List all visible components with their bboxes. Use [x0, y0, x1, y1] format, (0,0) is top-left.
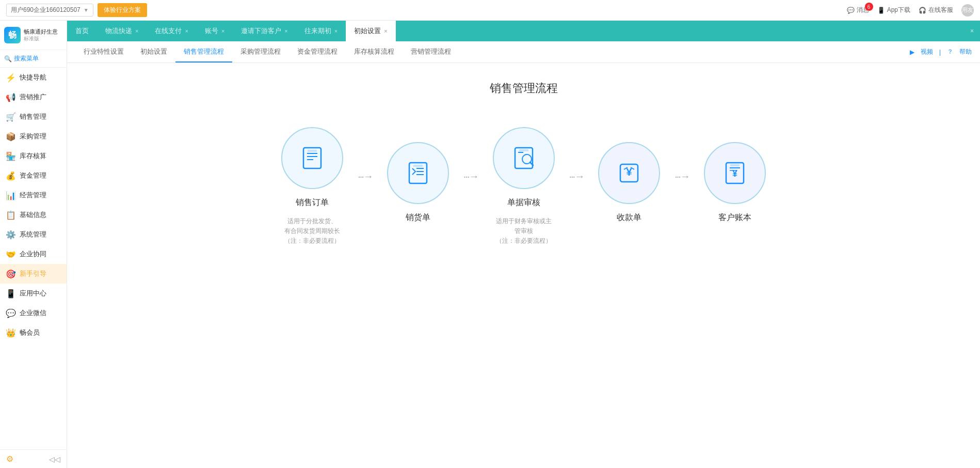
- tab-logistics[interactable]: 物流快递 ×: [97, 21, 147, 41]
- page-tab-marketing-flow[interactable]: 营销管理流程: [403, 41, 459, 63]
- page-tab-sales-flow[interactable]: 销售管理流程: [175, 41, 232, 63]
- sidebar-item-label: 销售管理: [20, 112, 46, 121]
- flow-arrow-3: ···→: [569, 170, 584, 203]
- sidebar-item-wechat[interactable]: 💬 企业微信: [0, 303, 67, 323]
- sidebar-item-sales[interactable]: 🛒 销售管理: [0, 107, 67, 127]
- tab-payment-close[interactable]: ×: [185, 28, 188, 34]
- search-menu-button[interactable]: 🔍 搜索菜单: [4, 54, 62, 63]
- flow-desc-sales-order: 适用于分批发货、 有合同发货周期较长 （注：非必要流程）: [284, 216, 340, 246]
- tab-home[interactable]: 首页: [67, 21, 97, 41]
- svg-rect-4: [308, 150, 317, 152]
- sidebar-item-marketing-promo[interactable]: 📢 营销推广: [0, 87, 67, 107]
- wechat-icon: 💬: [6, 308, 15, 318]
- page-content: 销售管理流程 销售订单 适用于分批发货、 有合同发货周期较长: [67, 63, 980, 468]
- sidebar-item-label: 企业微信: [20, 308, 46, 318]
- sidebar-item-vip[interactable]: 👑 畅会员: [0, 323, 67, 342]
- tab-invite[interactable]: 邀请下游客户 ×: [233, 21, 296, 41]
- flow-label-invoice: 销货单: [406, 212, 430, 223]
- sidebar-item-label: 采购管理: [20, 132, 46, 141]
- user-label: 用户690企业1660120507: [11, 6, 81, 14]
- flow-step-receipt[interactable]: ¥ 收款单: [588, 142, 670, 231]
- sidebar-item-label: 库存核算: [20, 151, 46, 161]
- logo-char: 畅: [8, 30, 17, 41]
- sidebar-item-purchase[interactable]: 📦 采购管理: [0, 127, 67, 146]
- sidebar-item-quick[interactable]: ⚡ 快捷导航: [0, 68, 67, 87]
- tab-account[interactable]: 账号 ×: [197, 21, 233, 41]
- sidebar-item-app-center[interactable]: 📱 应用中心: [0, 284, 67, 303]
- main-layout: 畅 畅康通好生意 标准版 🔍 搜索菜单 ⚡ 快捷导航 📢 营销推广 🛒: [0, 21, 980, 468]
- logo-text-group: 畅康通好生意 标准版: [24, 28, 58, 42]
- app-download-item[interactable]: 📱 App下载: [877, 6, 910, 14]
- tab-payment[interactable]: 在线支付 ×: [147, 21, 196, 41]
- flow-arrow-2: ···→: [463, 170, 478, 203]
- top-bar-left: 用户690企业1660120507 ▼ 体验行业方案: [6, 3, 147, 17]
- flow-diagram: 销售订单 适用于分批发货、 有合同发货周期较长 （注：非必要流程） ···→: [88, 127, 959, 246]
- nav-tabs: 首页 物流快递 × 在线支付 × 账号 × 邀请下游客户 × 往来期初 ×: [67, 21, 980, 41]
- vip-icon: 👑: [6, 328, 15, 337]
- sidebar-search-area[interactable]: 🔍 搜索菜单: [0, 50, 67, 68]
- tab-init-close[interactable]: ×: [384, 28, 387, 34]
- flow-step-review[interactable]: 单据审核 适用于财务审核或主 管审核 （注：非必要流程）: [483, 127, 565, 246]
- tab-init[interactable]: 初始设置 ×: [346, 21, 395, 41]
- sidebar-item-collab[interactable]: 🤝 企业协同: [0, 244, 67, 264]
- sidebar-item-label: 系统管理: [20, 230, 46, 239]
- page-tab-marketing-label: 营销管理流程: [411, 47, 451, 56]
- sidebar-item-finance[interactable]: 💰 资金管理: [0, 166, 67, 185]
- page-tab-inventory-flow[interactable]: 库存核算流程: [346, 41, 403, 63]
- user-avatar-item[interactable]: 用友: [961, 4, 974, 17]
- collab-icon: 🤝: [6, 249, 15, 259]
- page-tab-purchase-label: 采购管理流程: [240, 47, 281, 56]
- logo-icon: 畅: [4, 27, 21, 43]
- tab-logistics-label: 物流快递: [105, 26, 132, 36]
- tab-invite-close[interactable]: ×: [284, 28, 287, 34]
- sidebar-item-label: 畅会员: [20, 328, 40, 337]
- flow-arrow-1: ···→: [358, 170, 373, 203]
- page-tabs-left: 行业特性设置 初始设置 销售管理流程 采购管理流程 资金管理流程 库存核算流程: [75, 41, 459, 63]
- purchase-icon: 📦: [6, 132, 15, 141]
- sidebar-item-inventory[interactable]: 🏪 库存核算: [0, 146, 67, 166]
- settings-icon[interactable]: ⚙: [6, 454, 13, 464]
- tab-logistics-close[interactable]: ×: [135, 28, 138, 34]
- sidebar-item-guide[interactable]: 🎯 新手引导: [0, 264, 67, 284]
- flow-label-sales-order: 销售订单: [296, 197, 329, 208]
- chevron-down-icon: ▼: [84, 7, 89, 13]
- page-tabs: 行业特性设置 初始设置 销售管理流程 采购管理流程 资金管理流程 库存核算流程: [67, 41, 980, 63]
- avatar-label: 用友: [962, 6, 973, 14]
- sidebar-item-basic[interactable]: 📋 基础信息: [0, 205, 67, 225]
- page-tab-purchase-flow[interactable]: 采购管理流程: [232, 41, 289, 63]
- page-tab-init-setting[interactable]: 初始设置: [132, 41, 175, 63]
- flow-label-receipt: 收款单: [617, 212, 641, 223]
- help-icon: ？: [947, 48, 953, 56]
- user-selector[interactable]: 用户690企业1660120507 ▼: [6, 4, 93, 17]
- trial-button[interactable]: 体验行业方案: [98, 3, 147, 17]
- search-label: 搜索菜单: [14, 54, 39, 63]
- video-label[interactable]: 视频: [921, 48, 933, 56]
- video-icon: ▶: [910, 49, 914, 56]
- svg-text:¥: ¥: [732, 168, 737, 179]
- flow-step-customer-account[interactable]: ¥ 客户账本: [694, 142, 776, 231]
- flow-step-sales-order[interactable]: 销售订单 适用于分批发货、 有合同发货周期较长 （注：非必要流程）: [271, 127, 354, 246]
- sidebar-item-system[interactable]: ⚙️ 系统管理: [0, 225, 67, 244]
- help-label[interactable]: 帮助: [959, 48, 972, 56]
- app-icon: 📱: [877, 7, 885, 14]
- close-all-tabs[interactable]: ×: [964, 27, 980, 35]
- sidebar-item-operation[interactable]: 📊 经营管理: [0, 185, 67, 205]
- tab-period-close[interactable]: ×: [334, 28, 338, 34]
- system-icon: ⚙️: [6, 230, 15, 239]
- tab-period[interactable]: 往来期初 ×: [296, 21, 346, 41]
- svg-rect-14: [519, 149, 528, 151]
- page-tab-industry[interactable]: 行业特性设置: [75, 41, 132, 63]
- service-label: 在线客服: [928, 6, 953, 14]
- flow-circle-review: [493, 127, 555, 189]
- sidebar-logo: 畅 畅康通好生意 标准版: [0, 21, 67, 50]
- top-bar-right: 💬 消息 6 📱 App下载 🎧 在线客服 用友: [847, 4, 974, 17]
- svg-rect-23: [730, 164, 740, 166]
- service-item[interactable]: 🎧 在线客服: [919, 6, 953, 14]
- page-tab-capital-flow[interactable]: 资金管理流程: [289, 41, 346, 63]
- flow-step-invoice[interactable]: 销货单: [377, 142, 459, 231]
- message-item[interactable]: 💬 消息 6: [847, 6, 869, 14]
- page-tab-init-label: 初始设置: [140, 47, 167, 56]
- basic-icon: 📋: [6, 210, 15, 220]
- tab-account-close[interactable]: ×: [221, 28, 224, 34]
- collapse-icon[interactable]: ◁◁: [49, 455, 60, 463]
